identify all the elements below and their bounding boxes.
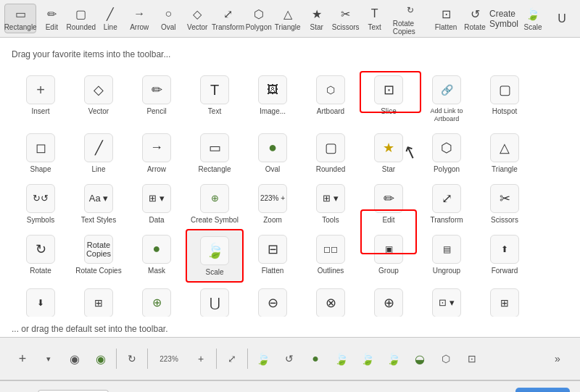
combine-icon: ⊕ bbox=[142, 288, 171, 317]
dt-layers2[interactable]: ◉ bbox=[88, 346, 113, 371]
grid-item-slice[interactable]: ⊡ Slice bbox=[360, 70, 418, 128]
grid-item-star[interactable]: ★ Star bbox=[360, 128, 418, 178]
dt-zoom-value[interactable]: 223% bbox=[151, 346, 187, 371]
grid-item-backward[interactable]: ⬇ Backward bbox=[12, 283, 70, 317]
toolbar-triangle[interactable]: △ Triangle bbox=[274, 4, 302, 33]
grid-item-forward[interactable]: ⬆ Forward bbox=[476, 229, 534, 283]
show-select[interactable]: Icon and Text Icon Only Text Only bbox=[38, 390, 109, 393]
grid-item-tools[interactable]: ⊞ ▾ Tools bbox=[302, 178, 360, 229]
grid-item-union[interactable]: ⋃ Union bbox=[186, 283, 244, 317]
grid-item-shape[interactable]: ◻ Shape bbox=[12, 128, 70, 178]
dt-zoom-plus[interactable]: + bbox=[188, 346, 213, 371]
toolbar-rounded[interactable]: ▢ Rounded bbox=[67, 4, 95, 33]
rectangle-grid-icon: ▭ bbox=[200, 133, 229, 162]
polygon-icon: ⬡ bbox=[251, 6, 267, 22]
grid-item-artboard[interactable]: ⬡ Artboard bbox=[302, 70, 360, 128]
grid-item-ungroup[interactable]: ▤ Ungroup bbox=[418, 229, 476, 283]
grid-item-polygon[interactable]: ⬡ Polygon bbox=[418, 128, 476, 178]
toolbar-scale[interactable]: 🍃 Scale bbox=[519, 4, 547, 33]
text-styles-icon: Aa ▾ bbox=[84, 184, 113, 213]
dt-rotate2[interactable]: ↺ bbox=[277, 346, 302, 371]
grid-item-scissors[interactable]: ✂ Scissors bbox=[476, 178, 534, 229]
grid-item-rectangle[interactable]: ▭ Rectangle bbox=[186, 128, 244, 178]
toolbar-flatten[interactable]: ⊡ Flatten bbox=[432, 4, 460, 33]
dt-leaf2[interactable]: 🍃 bbox=[329, 346, 354, 371]
grid-item-insert[interactable]: + Insert bbox=[12, 70, 70, 128]
toolbar-transform[interactable]: ⤢ Transform bbox=[212, 4, 243, 33]
grid-item-flatten[interactable]: ⊟ Flatten bbox=[244, 229, 302, 283]
grid-item-create-symbol[interactable]: ⊕ Create Symbol bbox=[186, 178, 244, 229]
transform-grid-label: Transform bbox=[430, 216, 463, 225]
toolbar-edit[interactable]: ✏ Edit bbox=[38, 4, 65, 33]
grid-item-view[interactable]: ⊡ ▾ View bbox=[418, 283, 476, 317]
rounded-grid-icon: ▢ bbox=[316, 133, 345, 162]
grid-item-data[interactable]: ⊞ ▾ Data bbox=[128, 178, 186, 229]
grid-item-edit[interactable]: ✏ Edit bbox=[360, 178, 418, 229]
edit-icon: ✏ bbox=[44, 6, 59, 22]
grid-item-arrow[interactable]: → Arrow bbox=[128, 128, 186, 178]
dt-dot[interactable]: ● bbox=[303, 346, 328, 371]
star-grid-label: Star bbox=[382, 165, 395, 174]
insert-label: Insert bbox=[31, 107, 49, 116]
triangle-grid-label: Triangle bbox=[492, 165, 518, 174]
toolbar-rotate-copies-label: Rotate Copies bbox=[393, 20, 428, 36]
dt-leaf1[interactable]: 🍃 bbox=[251, 346, 276, 371]
grid-item-zoom[interactable]: 223% + Zoom bbox=[244, 178, 302, 229]
toolbar-rectangle[interactable]: ▭ Rectangle bbox=[4, 4, 36, 33]
toolbar-scissors[interactable]: ✂ Scissors bbox=[332, 4, 360, 33]
grid-item-transform[interactable]: ⤢ Transform bbox=[418, 178, 476, 229]
toolbar-create-symbol[interactable]: Create Symbol bbox=[490, 9, 518, 28]
text-grid-label: Text bbox=[208, 107, 221, 116]
data-label: Data bbox=[149, 216, 164, 225]
grid-item-make-grid[interactable]: ⊞ Make Grid bbox=[70, 283, 128, 317]
grid-item-vector[interactable]: ◇ Vector bbox=[70, 70, 128, 128]
grid-item-add-link[interactable]: 🔗 Add Link to Artboard bbox=[418, 70, 476, 128]
dt-hex[interactable]: ⬡ bbox=[434, 346, 458, 371]
vector-grid-icon: ◇ bbox=[84, 75, 113, 104]
toolbar-star[interactable]: ★ Star bbox=[303, 4, 331, 33]
group-label: Group bbox=[378, 267, 399, 275]
toolbar-arrow[interactable]: → Arrow bbox=[125, 4, 153, 33]
dt-more[interactable]: » bbox=[545, 346, 570, 371]
toolbar-line[interactable]: ╱ Line bbox=[96, 4, 124, 33]
grid-item-outlines[interactable]: ◻◻ Outlines bbox=[302, 229, 360, 283]
grid-item-rotate-copies[interactable]: Rotate Copies Rotate Copies bbox=[70, 229, 128, 283]
grid-item-text[interactable]: T Text bbox=[186, 70, 244, 128]
text-styles-label: Text Styles bbox=[81, 216, 116, 225]
dt-rotate[interactable]: ↻ bbox=[120, 346, 144, 371]
grid-item-triangle[interactable]: △ Triangle bbox=[476, 128, 534, 178]
grid-item-hotspot[interactable]: ▢ Hotspot bbox=[476, 70, 534, 128]
toolbar-text[interactable]: T Text bbox=[361, 4, 389, 33]
grid-item-rounded[interactable]: ▢ Rounded bbox=[302, 128, 360, 178]
toolbar-rotate-copies[interactable]: ↻ Rotate Copies bbox=[390, 1, 431, 37]
dt-half[interactable]: ◒ bbox=[407, 346, 432, 371]
toolbar-u[interactable]: U bbox=[548, 9, 576, 28]
grid-item-symbols[interactable]: ↻↺ Symbols bbox=[12, 178, 70, 229]
dt-insert[interactable]: + bbox=[10, 346, 35, 371]
grid-item-show-pixels[interactable]: ⊞ Show Pixels bbox=[476, 283, 534, 317]
toolbar-oval[interactable]: ○ Oval bbox=[154, 4, 182, 33]
dt-leaf4[interactable]: 🍃 bbox=[381, 346, 406, 371]
dt-layers[interactable]: ◉ bbox=[62, 346, 87, 371]
dt-box[interactable]: ⊡ bbox=[460, 346, 484, 371]
dt-dropdown[interactable]: ▾ bbox=[36, 346, 61, 371]
grid-item-combine[interactable]: ⊕ Combine bbox=[128, 283, 186, 317]
grid-item-line[interactable]: ╱ Line bbox=[70, 128, 128, 178]
done-button[interactable]: Done bbox=[515, 388, 570, 392]
grid-item-subtract[interactable]: ⊖ Subtract bbox=[244, 283, 302, 317]
toolbar-polygon[interactable]: ⬡ Polygon bbox=[245, 4, 273, 33]
grid-item-oval[interactable]: ● Oval bbox=[244, 128, 302, 178]
toolbar-rotate[interactable]: ↺ Rotate bbox=[461, 4, 489, 33]
grid-item-image[interactable]: 🖼 Image... bbox=[244, 70, 302, 128]
grid-item-rotate[interactable]: ↻ Rotate bbox=[12, 229, 70, 283]
grid-item-intersect[interactable]: ⊗ Intersect bbox=[302, 283, 360, 317]
dt-transform[interactable]: ⤢ bbox=[220, 346, 244, 371]
grid-item-text-styles[interactable]: Aa ▾ Text Styles bbox=[70, 178, 128, 229]
dt-leaf3[interactable]: 🍃 bbox=[355, 346, 380, 371]
grid-item-scale[interactable]: 🍃 Scale bbox=[186, 229, 244, 283]
grid-item-pencil[interactable]: ✏ Pencil bbox=[128, 70, 186, 128]
toolbar-vector[interactable]: ◇ Vector bbox=[183, 4, 211, 33]
grid-item-difference[interactable]: ⊕ Difference bbox=[360, 283, 418, 317]
grid-item-mask[interactable]: ● Mask bbox=[128, 229, 186, 283]
grid-item-group[interactable]: ▣ Group bbox=[360, 229, 418, 283]
